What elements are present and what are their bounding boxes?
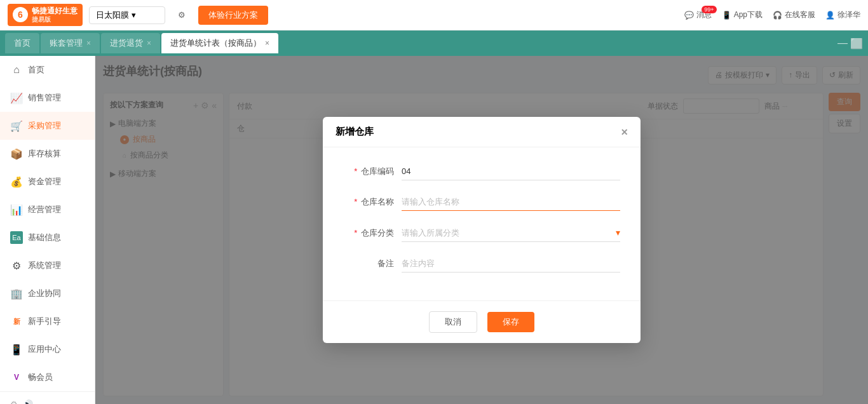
category-select-wrapper[interactable]: ▾ bbox=[402, 224, 620, 242]
name-field bbox=[402, 193, 620, 211]
basic-icon: Ea bbox=[10, 231, 23, 244]
sidebar-system-label: 系统管理 bbox=[28, 260, 61, 271]
tab-purchase-return-close[interactable]: × bbox=[147, 39, 151, 48]
form-row-remark: 备注 bbox=[343, 255, 620, 273]
settings-button[interactable]: ⚙ bbox=[172, 5, 192, 25]
sidebar-enterprise-label: 企业协同 bbox=[28, 288, 61, 299]
operation-icon: 📊 bbox=[10, 203, 23, 216]
name-input[interactable] bbox=[402, 193, 620, 211]
modal-footer: 取消 保存 bbox=[323, 300, 641, 343]
cancel-button[interactable]: 取消 bbox=[429, 311, 477, 333]
category-input[interactable] bbox=[402, 228, 616, 238]
store-selector[interactable]: 日太阳膜 ▾ bbox=[89, 6, 165, 24]
remark-label: 备注 bbox=[343, 258, 394, 269]
notice-button[interactable]: 💬 消息 99+ bbox=[684, 10, 712, 20]
sidebar-operation-label: 经营管理 bbox=[28, 204, 61, 215]
logo-title: 畅捷通好生意 bbox=[32, 6, 78, 15]
home-icon: ⌂ bbox=[10, 64, 23, 76]
sidebar-item-system[interactable]: ⚙ 系统管理 bbox=[0, 252, 95, 279]
sidebar-item-member[interactable]: V 畅会员 bbox=[0, 363, 95, 391]
tab-maximize-icon[interactable]: ⬜ bbox=[850, 37, 863, 50]
finance-icon: 💰 bbox=[10, 175, 23, 188]
sidebar-item-finance[interactable]: 💰 资金管理 bbox=[0, 168, 95, 196]
user-menu[interactable]: 👤 徐泽华 bbox=[825, 10, 860, 20]
save-button[interactable]: 保存 bbox=[487, 312, 534, 332]
sidebar-item-sales[interactable]: 📈 销售管理 bbox=[0, 84, 95, 112]
sidebar: ⌂ 首页 📈 销售管理 🛒 采购管理 📦 库存核算 💰 资金管理 📊 经营管理 … bbox=[0, 56, 95, 404]
app-download-label: App下载 bbox=[734, 10, 763, 20]
name-required-star: * bbox=[354, 197, 357, 206]
tab-accounts-close[interactable]: × bbox=[86, 39, 91, 48]
modal-header: 新增仓库 × bbox=[323, 117, 641, 147]
logo: 6 畅捷通好生意 捷易版 bbox=[8, 4, 83, 25]
code-input[interactable] bbox=[402, 163, 620, 180]
remark-field bbox=[402, 255, 620, 273]
notice-badge: 99+ bbox=[702, 6, 716, 13]
modal-close-button[interactable]: × bbox=[621, 126, 628, 138]
remark-input[interactable] bbox=[402, 255, 620, 273]
tab-home[interactable]: 首页 bbox=[5, 33, 39, 53]
sidebar-guide-label: 新手引导 bbox=[28, 316, 61, 327]
apps-icon: 📱 bbox=[10, 343, 23, 356]
category-field: ▾ bbox=[402, 224, 620, 242]
sidebar-item-inventory[interactable]: 📦 库存核算 bbox=[0, 140, 95, 168]
phone-icon: 📱 bbox=[722, 11, 731, 20]
system-icon: ⚙ bbox=[10, 259, 23, 272]
code-field bbox=[402, 163, 620, 180]
tab-home-label: 首页 bbox=[14, 37, 31, 49]
new-warehouse-modal: 新增仓库 × * 仓库编码 bbox=[323, 117, 641, 343]
tab-purchase-return-label: 进货退货 bbox=[110, 37, 143, 49]
logo-sub: 捷易版 bbox=[32, 16, 78, 24]
tab-bar-actions: — ⬜ bbox=[837, 37, 863, 50]
sidebar-item-operation[interactable]: 📊 经营管理 bbox=[0, 196, 95, 224]
sidebar-item-enterprise[interactable]: 🏢 企业协同 bbox=[0, 279, 95, 307]
enterprise-icon: 🏢 bbox=[10, 287, 23, 300]
tab-purchase-stats-close[interactable]: × bbox=[265, 39, 269, 48]
tab-purchase-return[interactable]: 进货退货 × bbox=[101, 33, 160, 53]
settings-bottom-icon[interactable]: ⚙ bbox=[10, 400, 18, 404]
tab-minimize-icon[interactable]: — bbox=[837, 37, 848, 49]
member-icon: V bbox=[10, 371, 23, 384]
sidebar-purchase-label: 采购管理 bbox=[28, 120, 61, 131]
tab-bar: 首页 账套管理 × 进货退货 × 进货单统计表（按商品） × — ⬜ bbox=[0, 30, 868, 56]
sidebar-item-home[interactable]: ⌂ 首页 bbox=[0, 56, 95, 84]
volume-icon[interactable]: 🔊 bbox=[23, 400, 33, 404]
name-label: * 仓库名称 bbox=[343, 196, 394, 208]
sidebar-member-label: 畅会员 bbox=[28, 372, 53, 383]
sidebar-apps-label: 应用中心 bbox=[28, 344, 61, 355]
sidebar-basic-label: 基础信息 bbox=[28, 232, 61, 243]
sidebar-bottom: ⚙ 🔊 bbox=[0, 391, 95, 404]
tab-purchase-stats[interactable]: 进货单统计表（按商品） × bbox=[161, 33, 278, 53]
code-label: * 仓库编码 bbox=[343, 166, 394, 177]
tab-accounts[interactable]: 账套管理 × bbox=[41, 33, 100, 53]
header-right: 💬 消息 99+ 📱 App下载 🎧 在线客服 👤 徐泽华 bbox=[684, 10, 860, 20]
category-dropdown-icon: ▾ bbox=[616, 227, 620, 238]
form-row-category: * 仓库分类 ▾ bbox=[343, 224, 620, 242]
sidebar-inventory-label: 库存核算 bbox=[28, 148, 61, 159]
sidebar-item-apps[interactable]: 📱 应用中心 bbox=[0, 335, 95, 363]
sidebar-item-basic[interactable]: Ea 基础信息 bbox=[0, 224, 95, 252]
form-row-code: * 仓库编码 bbox=[343, 163, 620, 180]
username: 徐泽华 bbox=[837, 10, 860, 20]
main-layout: ⌂ 首页 📈 销售管理 🛒 采购管理 📦 库存核算 💰 资金管理 📊 经营管理 … bbox=[0, 56, 868, 404]
logo-text: 畅捷通好生意 捷易版 bbox=[32, 6, 78, 23]
code-required-star: * bbox=[354, 166, 357, 176]
headset-icon: 🎧 bbox=[773, 11, 782, 20]
store-dropdown-icon: ▾ bbox=[132, 10, 136, 20]
purchase-icon: 🛒 bbox=[10, 119, 23, 132]
tab-purchase-stats-label: 进货单统计表（按商品） bbox=[170, 37, 261, 49]
category-required-star: * bbox=[354, 228, 357, 238]
sidebar-item-purchase[interactable]: 🛒 采购管理 bbox=[0, 112, 95, 140]
sidebar-sales-label: 销售管理 bbox=[28, 92, 61, 104]
trial-button[interactable]: 体验行业方案 bbox=[198, 6, 268, 25]
sidebar-item-guide[interactable]: 新 新手引导 bbox=[0, 307, 95, 335]
guide-icon: 新 bbox=[10, 315, 23, 328]
user-icon: 👤 bbox=[825, 11, 835, 20]
modal-body: * 仓库编码 * 仓库名称 bbox=[323, 147, 641, 300]
app-download-button[interactable]: 📱 App下载 bbox=[722, 10, 763, 20]
sidebar-finance-label: 资金管理 bbox=[28, 176, 61, 187]
online-service-button[interactable]: 🎧 在线客服 bbox=[773, 10, 815, 20]
sales-icon: 📈 bbox=[10, 91, 23, 104]
modal-overlay: 新增仓库 × * 仓库编码 bbox=[95, 56, 868, 404]
modal-title: 新增仓库 bbox=[336, 126, 374, 138]
